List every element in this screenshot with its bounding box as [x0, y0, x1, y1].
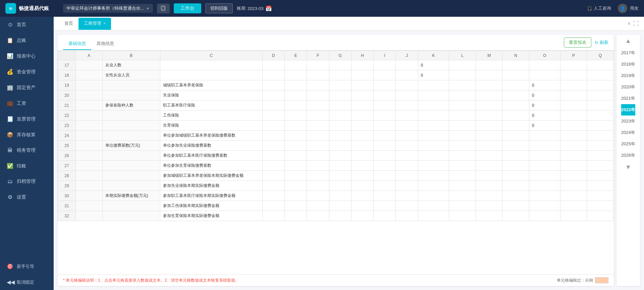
- cell-l[interactable]: [449, 141, 476, 151]
- cell-l[interactable]: [449, 181, 476, 191]
- cell-p[interactable]: [560, 161, 587, 171]
- cell-h[interactable]: [351, 211, 373, 221]
- cell-a[interactable]: [76, 70, 103, 80]
- cell-p[interactable]: [560, 121, 587, 131]
- year-item[interactable]: 2025年: [621, 138, 635, 150]
- cell-m[interactable]: [476, 151, 502, 161]
- cell-c[interactable]: 参加生育保险本期实际缴费金额: [160, 211, 262, 221]
- cell-q[interactable]: [587, 171, 614, 181]
- cell-k[interactable]: [418, 171, 449, 181]
- cell-l[interactable]: [449, 201, 476, 211]
- cell-q[interactable]: [587, 211, 614, 221]
- cell-h[interactable]: [351, 181, 373, 191]
- cell-k[interactable]: [418, 141, 449, 151]
- cell-o[interactable]: 0: [529, 80, 560, 90]
- sidebar-item-tax[interactable]: 🏛 税务管理: [0, 143, 54, 158]
- sub-tab-other[interactable]: 其他信息: [91, 38, 119, 50]
- cell-q[interactable]: [587, 80, 614, 90]
- sidebar-item-inventory[interactable]: 📦 库存核算: [0, 127, 54, 143]
- cell-b[interactable]: [102, 171, 160, 181]
- cell-q[interactable]: [587, 100, 614, 111]
- cell-c[interactable]: 参加失业保险本期实际缴费金额: [160, 181, 262, 191]
- cell-c[interactable]: 生育保险: [160, 121, 262, 131]
- cell-m[interactable]: [476, 191, 502, 201]
- cell-e[interactable]: [285, 181, 307, 191]
- sidebar-item-home[interactable]: ⊙ 首页: [0, 17, 54, 32]
- cell-p[interactable]: [560, 141, 587, 151]
- cell-e[interactable]: [285, 171, 307, 181]
- cell-a[interactable]: [76, 151, 103, 161]
- calendar-icon[interactable]: 📅: [265, 5, 272, 12]
- year-item[interactable]: 2021年: [621, 93, 635, 104]
- cell-c[interactable]: 失业保险: [160, 90, 262, 100]
- cell-o[interactable]: 0: [529, 90, 560, 100]
- cell-g[interactable]: [329, 80, 351, 90]
- cell-d[interactable]: [262, 171, 284, 181]
- cell-b[interactable]: 从业人数: [102, 60, 160, 70]
- cell-a[interactable]: [76, 211, 103, 221]
- switch-version-button[interactable]: 切到旧版: [205, 3, 233, 13]
- cell-b[interactable]: [102, 80, 160, 90]
- cell-m[interactable]: [476, 161, 502, 171]
- cell-e[interactable]: [285, 201, 307, 211]
- cell-o[interactable]: [529, 141, 560, 151]
- cell-c[interactable]: 职工基本医疗保险: [160, 100, 262, 111]
- cell-b[interactable]: [102, 131, 160, 141]
- cell-c[interactable]: [160, 60, 262, 70]
- cell-d[interactable]: [262, 151, 284, 161]
- cell-c[interactable]: 工伤保险: [160, 111, 262, 121]
- cell-i[interactable]: [374, 90, 396, 100]
- cell-p[interactable]: [560, 60, 587, 70]
- cell-f[interactable]: [307, 141, 329, 151]
- cell-q[interactable]: [587, 131, 614, 141]
- cell-f[interactable]: [307, 90, 329, 100]
- cell-d[interactable]: [262, 161, 284, 171]
- cell-e[interactable]: [285, 191, 307, 201]
- cell-m[interactable]: [476, 141, 502, 151]
- cell-f[interactable]: [307, 171, 329, 181]
- cell-j[interactable]: [396, 121, 418, 131]
- cell-a[interactable]: [76, 111, 103, 121]
- cell-a[interactable]: [76, 100, 103, 111]
- cell-o[interactable]: [529, 151, 560, 161]
- cell-e[interactable]: [285, 80, 307, 90]
- cell-q[interactable]: [587, 60, 614, 70]
- cell-g[interactable]: [329, 201, 351, 211]
- sidebar-item-unpin[interactable]: ◀◀ 取消固定: [0, 274, 54, 290]
- cell-o[interactable]: [529, 201, 560, 211]
- reset-report-button[interactable]: 重置报表: [564, 38, 591, 48]
- cell-q[interactable]: [587, 111, 614, 121]
- cell-a[interactable]: [76, 181, 103, 191]
- cell-m[interactable]: [476, 201, 502, 211]
- cell-k[interactable]: [418, 121, 449, 131]
- cell-i[interactable]: [374, 171, 396, 181]
- user-area[interactable]: 👤 用友: [618, 4, 639, 13]
- cell-i[interactable]: [374, 111, 396, 121]
- cell-g[interactable]: [329, 131, 351, 141]
- cell-h[interactable]: [351, 60, 373, 70]
- cell-n[interactable]: [502, 111, 529, 121]
- cell-d[interactable]: [262, 70, 284, 80]
- cell-e[interactable]: [285, 90, 307, 100]
- cell-p[interactable]: [560, 201, 587, 211]
- cell-f[interactable]: [307, 181, 329, 191]
- cell-c[interactable]: 单位参加失业保险缴费基数: [160, 141, 262, 151]
- cell-h[interactable]: [351, 151, 373, 161]
- workbench-button[interactable]: 工作台: [174, 3, 201, 13]
- cell-d[interactable]: [262, 141, 284, 151]
- cell-d[interactable]: [262, 191, 284, 201]
- cell-q[interactable]: [587, 161, 614, 171]
- cell-l[interactable]: [449, 100, 476, 111]
- cell-i[interactable]: [374, 121, 396, 131]
- cell-c[interactable]: 参加职工基本医疗保险本期实际缴费金额: [160, 191, 262, 201]
- cell-b[interactable]: [102, 201, 160, 211]
- cell-f[interactable]: [307, 121, 329, 131]
- year-item[interactable]: 2017年: [621, 47, 635, 59]
- cell-l[interactable]: [449, 60, 476, 70]
- cell-h[interactable]: [351, 100, 373, 111]
- cell-n[interactable]: [502, 121, 529, 131]
- cell-j[interactable]: [396, 131, 418, 141]
- cell-f[interactable]: [307, 80, 329, 90]
- cell-m[interactable]: [476, 100, 502, 111]
- cell-q[interactable]: [587, 181, 614, 191]
